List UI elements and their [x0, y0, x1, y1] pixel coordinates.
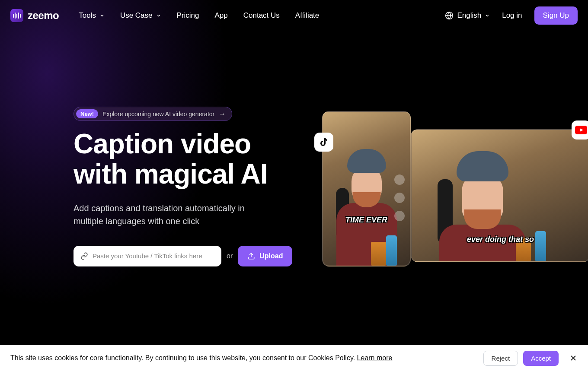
- youtube-icon: [572, 120, 588, 140]
- badge-text: Explore upcoming new AI video generator: [102, 111, 214, 117]
- logo[interactable]: zeemo: [10, 9, 59, 22]
- tiktok-icon: [314, 133, 333, 152]
- nav-usecase[interactable]: Use Case: [120, 11, 161, 20]
- upload-button[interactable]: Upload: [238, 246, 292, 266]
- cookie-consent-bar: This site uses cookies for core function…: [0, 345, 588, 371]
- video-preview-stack: TIME EVER ever doing that so: [316, 111, 588, 266]
- nav-affiliate-label: Affiliate: [295, 11, 319, 20]
- cookie-learn-more-link[interactable]: Learn more: [357, 354, 393, 361]
- title-line-1: Caption video: [74, 129, 298, 159]
- profile-icon: [394, 174, 405, 185]
- cookie-reject-button[interactable]: Reject: [483, 351, 518, 366]
- chevron-down-icon: [99, 13, 105, 18]
- input-row: or Upload: [74, 246, 298, 266]
- upload-icon: [247, 252, 255, 260]
- globe-icon: [445, 11, 454, 20]
- header-right: English Log in Sign Up: [445, 6, 578, 25]
- login-link[interactable]: Log in: [502, 11, 522, 20]
- nav-pricing[interactable]: Pricing: [177, 11, 199, 20]
- cookie-accept-button[interactable]: Accept: [523, 351, 559, 366]
- logo-mark-icon: [10, 9, 23, 22]
- arrow-right-icon: →: [219, 110, 226, 118]
- badge-pill: New!: [76, 109, 98, 118]
- caption-portrait: TIME EVER: [345, 216, 387, 225]
- cookie-message: This site uses cookies for core function…: [10, 354, 357, 361]
- hero-section: New! Explore upcoming new AI video gener…: [0, 107, 588, 266]
- nav-pricing-label: Pricing: [177, 11, 199, 20]
- nav-app-label: App: [215, 11, 228, 20]
- video-preview-portrait: TIME EVER: [322, 111, 411, 266]
- url-input[interactable]: [93, 252, 214, 260]
- link-icon: [80, 252, 88, 260]
- or-separator: or: [227, 252, 233, 260]
- hero-preview: TIME EVER ever doing that so: [316, 107, 588, 266]
- signup-button[interactable]: Sign Up: [534, 6, 578, 25]
- nav-contact[interactable]: Contact Us: [243, 11, 280, 20]
- language-label: English: [457, 11, 481, 20]
- upload-label: Upload: [259, 252, 283, 260]
- close-icon[interactable]: [569, 354, 578, 362]
- nav-contact-label: Contact Us: [243, 11, 280, 20]
- video-preview-landscape: ever doing that so: [411, 129, 588, 262]
- nav-tools-label: Tools: [79, 11, 96, 20]
- cookie-text: This site uses cookies for core function…: [10, 354, 483, 362]
- cookie-actions: Reject Accept: [483, 351, 578, 366]
- chevron-down-icon: [156, 13, 161, 18]
- nav-affiliate[interactable]: Affiliate: [295, 11, 319, 20]
- language-selector[interactable]: English: [445, 11, 490, 20]
- nav-app[interactable]: App: [215, 11, 228, 20]
- heart-icon: [394, 193, 405, 203]
- nav-tools[interactable]: Tools: [79, 11, 105, 20]
- hero-title: Caption video with magical AI: [74, 129, 298, 190]
- brand-name: zeemo: [28, 10, 59, 22]
- chevron-down-icon: [485, 13, 490, 18]
- caption-landscape: ever doing that so: [467, 235, 534, 244]
- hero-content: New! Explore upcoming new AI video gener…: [74, 107, 298, 266]
- hero-subtitle: Add captions and translation automatical…: [74, 202, 272, 228]
- comment-icon: [394, 211, 405, 221]
- new-feature-badge[interactable]: New! Explore upcoming new AI video gener…: [74, 107, 232, 121]
- header: zeemo Tools Use Case Pricing App Contact…: [0, 0, 588, 31]
- title-line-2: with magical AI: [74, 159, 298, 189]
- url-input-container: [74, 246, 221, 266]
- nav-usecase-label: Use Case: [120, 11, 153, 20]
- main-nav: Tools Use Case Pricing App Contact Us Af…: [79, 11, 319, 20]
